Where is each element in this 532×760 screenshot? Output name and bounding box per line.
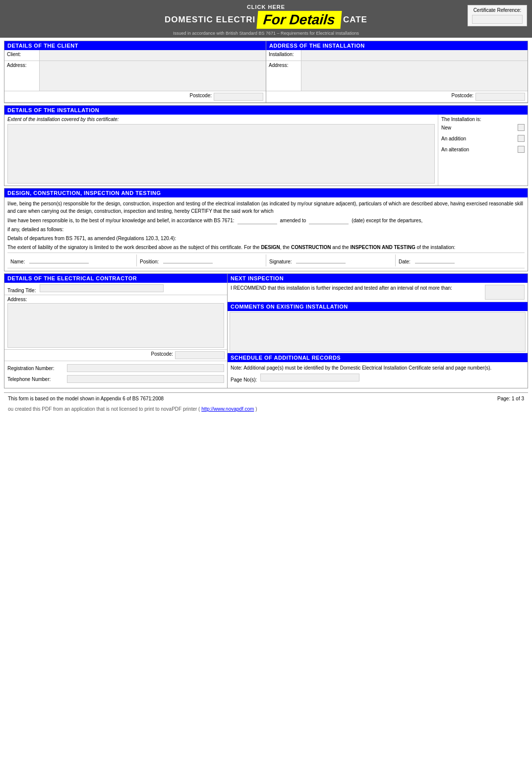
installation-details-section: DETAILS OF THE INSTALLATION Extent of th… <box>4 105 528 186</box>
name-cell: Name: <box>7 254 137 266</box>
comments-value[interactable] <box>230 312 526 352</box>
contractor-postcode-value[interactable] <box>175 351 225 359</box>
client-address-row: Address: <box>4 61 266 91</box>
bs7671-row: I/we have been responsible is, to the be… <box>7 216 525 224</box>
page-nos-label: Page No(s): <box>231 377 257 382</box>
date-label2: Date: <box>399 259 411 264</box>
sig-row: Name: Position: Signature: Date: <box>7 253 525 268</box>
page-header: CLICK HERE DOMESTIC ELECTRI For Details … <box>0 0 532 38</box>
next-inspection-section: NEXT INSPECTION I RECOMMEND that this in… <box>228 274 528 302</box>
signature-cell: Signature: <box>266 254 396 266</box>
installation-address-header: ADDRESS OF THE INSTALLATION <box>266 41 528 50</box>
schedule-note: Note: Additional page(s) must be identif… <box>231 364 525 372</box>
details-departures-text: Details of departures from BS 7671, as a… <box>7 235 525 242</box>
para2-text: I/we have been responsible is, to the be… <box>7 217 235 224</box>
client-address-label: Address: <box>4 61 39 91</box>
date-value[interactable] <box>415 255 455 263</box>
reg-row: Registration Number: <box>7 364 224 372</box>
client-name-value[interactable] <box>39 50 266 61</box>
comments-header: COMMENTS ON EXISTING INSTALLATION <box>228 302 528 311</box>
reg-tel-block: Registration Number: Telephone Number: <box>4 361 227 388</box>
reg-label: Registration Number: <box>7 366 67 371</box>
main-content: DETAILS OF THE CLIENT Client: Address: P… <box>0 38 532 417</box>
new-checkbox[interactable] <box>518 124 525 131</box>
date-except-text: (date) except for the departures, <box>352 217 422 224</box>
client-address-value[interactable] <box>39 61 266 91</box>
signature-label: Signature: <box>269 259 292 264</box>
pdf-suffix: ) <box>255 406 257 412</box>
installation-right: The Installation is: New An addition An … <box>438 115 528 186</box>
tel-row: Telephone Number: <box>7 375 224 383</box>
main-title-left: DOMESTIC ELECTRI <box>165 15 255 25</box>
installation-name-row: Installation: <box>266 50 528 61</box>
next-insp-value[interactable] <box>485 285 525 300</box>
new-row: New <box>441 124 525 131</box>
installation-address-label: Address: <box>266 61 301 91</box>
client-name-row: Client: <box>4 50 266 61</box>
extent-para-text: The extent of liability of the signatory… <box>7 244 525 251</box>
installation-address-value[interactable] <box>301 61 528 91</box>
next-insp-row: I RECOMMEND that this installation is fu… <box>231 285 525 300</box>
addition-row: An addition <box>441 135 525 142</box>
tel-value[interactable] <box>67 375 224 383</box>
trading-label: Trading Title: <box>7 288 36 293</box>
contractor-postcode-row: Postcode: <box>4 350 227 361</box>
design-section: DESIGN, CONSTRUCTION, INSPECTION AND TES… <box>4 188 528 271</box>
contractor-address-value[interactable] <box>7 303 224 348</box>
alteration-checkbox[interactable] <box>518 146 525 153</box>
page-nos-value[interactable] <box>260 374 359 381</box>
client-postcode-value[interactable] <box>214 93 263 101</box>
next-inspection-body: I RECOMMEND that this installation is fu… <box>228 283 528 302</box>
reg-value[interactable] <box>67 364 224 372</box>
installation-address-row: Address: <box>266 61 528 91</box>
addition-checkbox[interactable] <box>518 135 525 142</box>
click-here-text: CLICK HERE <box>0 4 532 10</box>
comments-section: COMMENTS ON EXISTING INSTALLATION <box>228 302 528 353</box>
form-note: This form is based on the model shown in… <box>8 396 164 401</box>
bs7671-value[interactable] <box>237 216 277 224</box>
tel-label: Telephone Number: <box>7 377 67 382</box>
client-postcode-label: Postcode: <box>190 93 212 101</box>
installation-details-body: Extent of the installation covered by th… <box>4 115 528 186</box>
for-details-banner[interactable]: For Details <box>257 11 342 29</box>
next-inspection-header: NEXT INSPECTION <box>228 274 528 283</box>
main-title-right: CATE <box>343 15 367 25</box>
pdf-link[interactable]: http://www.novapdf.com <box>201 406 254 412</box>
contractor-address-block: Address: <box>4 295 227 350</box>
cert-ref-label: Certificate Reference: <box>473 7 522 13</box>
client-header: DETAILS OF THE CLIENT <box>4 41 266 50</box>
right-col: NEXT INSPECTION I RECOMMEND that this in… <box>228 274 528 388</box>
cert-ref-box: Certificate Reference: <box>468 5 527 26</box>
subtitle: Issued in accordance with British Standa… <box>0 31 532 36</box>
trading-value[interactable] <box>40 284 164 292</box>
extent-value[interactable] <box>7 124 435 184</box>
installation-name-value[interactable] <box>301 50 528 61</box>
new-label: New <box>441 125 515 130</box>
page-nos-row: Page No(s): <box>231 374 525 383</box>
amended-to-value[interactable] <box>309 216 349 224</box>
alteration-row: An alteration <box>441 146 525 153</box>
schedule-section: SCHEDULE OF ADDITIONAL RECORDS Note: Add… <box>228 353 528 385</box>
cert-ref-value[interactable] <box>472 15 523 24</box>
page-info: Page: 1 of 3 <box>497 396 524 401</box>
extent-label: Extent of the installation covered by th… <box>7 117 435 122</box>
signature-value[interactable] <box>296 255 346 263</box>
position-cell: Position: <box>137 254 266 266</box>
alteration-label: An alteration <box>441 147 515 152</box>
name-value[interactable] <box>29 255 89 263</box>
installation-postcode-label: Postcode: <box>452 93 473 101</box>
contractor-header: DETAILS OF THE ELECTRICAL CONTRACTOR <box>4 274 227 283</box>
installation-postcode-value[interactable] <box>475 93 525 101</box>
amended-to-text: amended to <box>280 217 306 224</box>
client-postcode-row: Postcode: <box>4 91 266 103</box>
footer: This form is based on the model shown in… <box>4 392 528 404</box>
next-insp-text: I RECOMMEND that this installation is fu… <box>231 285 482 292</box>
is-label: The Installation is: <box>441 117 525 122</box>
position-value[interactable] <box>163 255 213 263</box>
contractor-col: DETAILS OF THE ELECTRICAL CONTRACTOR Tra… <box>4 274 228 388</box>
design-body: I/we, being the person(s) responsible fo… <box>4 197 528 271</box>
addition-label: An addition <box>441 136 515 141</box>
date-cell: Date: <box>396 254 525 266</box>
page: CLICK HERE DOMESTIC ELECTRI For Details … <box>0 0 532 760</box>
schedule-body: Note: Additional page(s) must be identif… <box>228 362 528 385</box>
